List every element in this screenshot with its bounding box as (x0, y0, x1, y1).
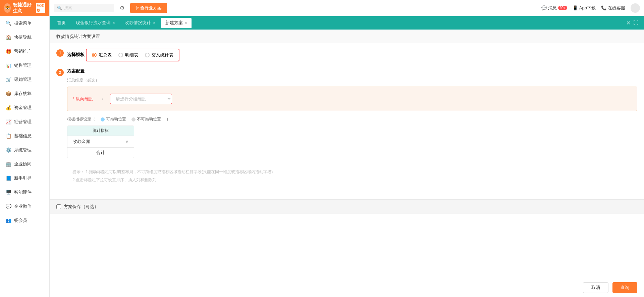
header-search[interactable]: 🔍 搜索 (54, 4, 114, 12)
close-icon[interactable]: ✕ (626, 20, 631, 26)
tab-collection-stats[interactable]: 收款情况统计 × (120, 18, 160, 28)
save-label: 方案保存（可选） (64, 204, 99, 210)
tab-bank-flow-close[interactable]: × (113, 21, 115, 25)
app-download-icon: 📱 (573, 5, 578, 10)
sidebar-logo: 🐯 畅捷通好生意 标准版 (0, 0, 49, 16)
indicator-settings: 模板指标设定（ 可拖动位置 不可拖动位置 ） (67, 116, 637, 159)
sidebar-item-guide[interactable]: 📘 新手引导 (0, 171, 49, 185)
step2-content: 方案配置 汇总维度（必选） 纵向维度 → 请选择分组维度 (67, 68, 637, 187)
sidebar-item-label: 经营管理 (14, 119, 32, 125)
users-icon: 👥 (5, 217, 11, 224)
settings-icon[interactable]: ⚙ (117, 3, 127, 13)
dimension-area: 纵向维度 → 请选择分组维度 (67, 87, 637, 111)
sidebar-item-purchase[interactable]: 🛒 采购管理 (0, 72, 49, 87)
cart-icon: 🛒 (5, 77, 11, 83)
tab-home[interactable]: 首页 (52, 18, 70, 28)
sidebar-item-finance[interactable]: 💰 资金管理 (0, 101, 49, 115)
notification-badge: 99+ (558, 6, 567, 10)
gift-icon: 🎁 (5, 48, 11, 54)
sidebar-item-label: 企业微信 (14, 203, 32, 209)
app-download-button[interactable]: 📱 App下载 (573, 5, 596, 11)
sidebar-item-label: 系统管理 (14, 147, 32, 153)
sidebar-item-label: 智能硬件 (14, 189, 32, 195)
sidebar-item-label: 采购管理 (14, 77, 32, 83)
dimension-arrow: → (99, 95, 105, 102)
indicator-table-cell[interactable]: 收款金额 ∨ (67, 136, 134, 147)
user-avatar[interactable] (631, 3, 640, 13)
page-breadcrumb: 收款情况统计方案设置 (50, 30, 644, 43)
online-service-button[interactable]: 📞 在线客服 (601, 5, 625, 11)
step1-title: 选择模板 (67, 52, 85, 58)
logo-icon: 🐯 (4, 3, 11, 13)
sidebar-item-basic[interactable]: 📋 基础信息 (0, 129, 49, 143)
tab-new-plan[interactable]: 新建方案 × (161, 18, 192, 28)
sidebar-item-label: 基础信息 (14, 133, 32, 139)
trial-industry-button[interactable]: 体验行业方案 (130, 3, 167, 13)
monitor-icon: 🖥️ (5, 189, 11, 195)
building-icon: 🏢 (5, 161, 11, 167)
radio-detail[interactable]: 明细表 (118, 52, 138, 58)
tabs-bar: 首页 现金银行流水查询 × 收款情况统计 × 新建方案 × ✕ ⛶ (50, 16, 644, 30)
form-section: 1 选择模板 汇总表 明细表 交叉统 (50, 43, 644, 199)
sidebar-nav: 🔍 搜索菜单 🏠 快捷导航 🎁 营销推广 📊 销售管理 🛒 采购管理 📦 库存核… (0, 16, 49, 297)
indicator-table-footer: 合计 (67, 147, 134, 158)
radio-cross[interactable]: 交叉统计表 (145, 52, 173, 58)
dimension-label-text: 汇总维度（必选） (67, 78, 99, 83)
sidebar-item-enterprise[interactable]: 🏢 企业协同 (0, 157, 49, 171)
box-icon: 📦 (5, 91, 11, 97)
sidebar-item-inventory[interactable]: 📦 库存核算 (0, 87, 49, 101)
app-name: 畅捷通好生意 (13, 2, 33, 14)
sidebar-item-label: 搜索菜单 (14, 20, 32, 26)
radio-summary[interactable]: 汇总表 (92, 52, 112, 58)
radio-summary-circle (92, 53, 97, 57)
save-checkbox[interactable] (56, 204, 61, 209)
cancel-button[interactable]: 取消 (583, 282, 608, 293)
step1-container: 1 选择模板 汇总表 明细表 交叉统 (56, 49, 637, 61)
draggable-text: 可拖动位置 (106, 116, 126, 122)
tab-bank-flow[interactable]: 现金银行流水查询 × (71, 18, 119, 28)
query-button[interactable]: 查询 (612, 282, 637, 293)
dimension-select[interactable]: 请选择分组维度 (110, 94, 172, 104)
hint-not-draggable: 不可拖动位置 (131, 116, 161, 122)
chart-icon: 📊 (5, 62, 11, 68)
breadcrumb-text: 收款情况统计方案设置 (56, 34, 100, 39)
notification-button[interactable]: 💬 消息 99+ (541, 5, 567, 11)
tab-home-label: 首页 (57, 20, 66, 26)
step1-number: 1 (56, 49, 64, 57)
radio-cross-label: 交叉统计表 (152, 52, 173, 58)
tab-new-plan-close[interactable]: × (185, 21, 187, 25)
sidebar-item-quick-nav[interactable]: 🏠 快捷导航 (0, 30, 49, 44)
not-draggable-dot (131, 117, 136, 121)
chat-icon: 💬 (5, 203, 11, 209)
sidebar-item-member[interactable]: 👥 畅会员 (0, 213, 49, 228)
tab-collection-stats-label: 收款情况统计 (125, 20, 151, 26)
sidebar-item-operation[interactable]: 📈 经营管理 (0, 115, 49, 129)
sidebar-item-hardware[interactable]: 🖥️ 智能硬件 (0, 185, 49, 199)
radio-summary-label: 汇总表 (99, 52, 112, 58)
sidebar-item-wechat[interactable]: 💬 企业微信 (0, 199, 49, 213)
row-dimension-label: 纵向维度 (73, 96, 93, 102)
tab-bank-flow-label: 现金银行流水查询 (76, 20, 111, 26)
version-badge: 标准版 (36, 3, 45, 13)
radio-cross-circle (145, 53, 150, 57)
gear-icon: ⚙️ (5, 147, 11, 153)
search-placeholder: 搜索 (64, 5, 72, 11)
sidebar-item-system[interactable]: ⚙️ 系统管理 (0, 143, 49, 157)
clipboard-icon: 📋 (5, 133, 11, 139)
app-download-label: App下载 (579, 5, 596, 11)
home-icon: 🏠 (5, 34, 11, 40)
search-icon: 🔍 (57, 6, 62, 10)
sidebar-item-search[interactable]: 🔍 搜索菜单 (0, 16, 49, 30)
maximize-icon[interactable]: ⛶ (633, 20, 639, 26)
tab-collection-stats-close[interactable]: × (153, 21, 155, 25)
online-service-label: 在线客服 (608, 5, 625, 11)
main-area: 🔍 搜索 ⚙ 体验行业方案 💬 消息 99+ 📱 App下载 📞 在线客服 (50, 0, 644, 297)
dimension-row: 纵向维度 → 请选择分组维度 (73, 94, 632, 104)
sidebar: 🐯 畅捷通好生意 标准版 🔍 搜索菜单 🏠 快捷导航 🎁 营销推广 📊 销售管理… (0, 0, 50, 297)
sidebar-item-marketing[interactable]: 🎁 营销推广 (0, 44, 49, 58)
cell-dropdown-icon[interactable]: ∨ (125, 139, 128, 144)
sidebar-item-sales[interactable]: 📊 销售管理 (0, 58, 49, 72)
notification-label: 消息 (548, 5, 557, 11)
sidebar-item-label: 快捷导航 (14, 34, 32, 40)
step2-container: 2 方案配置 汇总维度（必选） 纵向维度 → (56, 68, 637, 187)
